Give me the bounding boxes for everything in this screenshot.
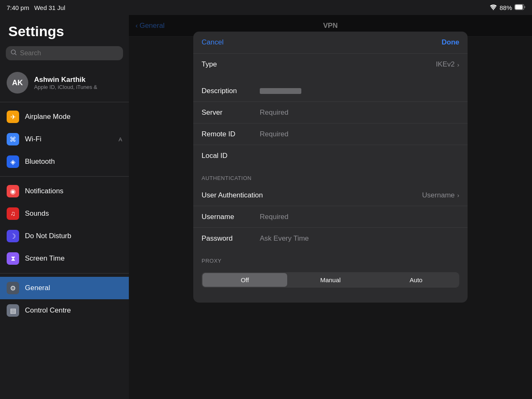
user-auth-chevron-icon: ›	[457, 192, 459, 199]
battery-percent: 88%	[500, 4, 512, 11]
sidebar-divider	[0, 176, 129, 177]
sidebar-icon-airplane-mode: ✈	[7, 111, 19, 123]
svg-rect-2	[515, 5, 523, 9]
remote-id-input[interactable]	[260, 130, 459, 138]
sidebar-item-sounds[interactable]: ♫Sounds	[0, 202, 129, 225]
sidebar-item-control-centre[interactable]: ▤Control Centre	[0, 299, 129, 322]
search-bar[interactable]	[6, 46, 123, 60]
username-row[interactable]: Username	[193, 206, 468, 228]
type-row[interactable]: Type IKEv2 ›	[193, 54, 468, 75]
server-input[interactable]	[260, 108, 459, 117]
sidebar-item-do-not-disturb[interactable]: ☽Do Not Disturb	[0, 225, 129, 247]
user-auth-label: User Authentication	[202, 191, 263, 200]
vpn-modal: Cancel Done Type IKEv2 ›	[193, 32, 468, 303]
local-id-row[interactable]: Local ID	[193, 145, 468, 167]
battery-icon	[515, 4, 525, 11]
password-label: Password	[202, 234, 260, 243]
sidebar-icon-screen-time: ⧗	[7, 252, 19, 265]
server-row[interactable]: Server	[193, 102, 468, 123]
sidebar-icon-notifications: ◉	[7, 185, 19, 197]
search-input[interactable]	[20, 49, 118, 57]
time: 7:40 pm	[7, 4, 29, 11]
password-input[interactable]	[260, 234, 459, 243]
status-left: 7:40 pm Wed 31 Jul	[7, 4, 65, 11]
user-auth-row[interactable]: User Authentication Username ›	[193, 185, 468, 206]
avatar: AK	[7, 72, 28, 94]
sidebar-item-airplane-mode[interactable]: ✈Airplane Mode	[0, 106, 129, 128]
remote-id-row[interactable]: Remote ID	[193, 123, 468, 145]
sidebar-icon-sounds: ♫	[7, 207, 19, 220]
modal-bottom-space	[193, 294, 468, 303]
sidebar-item-bluetooth[interactable]: ◈Bluetooth	[0, 150, 129, 173]
sidebar-divider	[0, 273, 129, 273]
description-value	[260, 88, 301, 94]
username-label: Username	[202, 213, 260, 221]
proxy-option-off[interactable]: Off	[202, 273, 287, 287]
remote-id-label: Remote ID	[202, 130, 260, 138]
date: Wed 31 Jul	[34, 4, 65, 11]
local-id-label: Local ID	[202, 152, 260, 160]
sidebar-icon-general: ⚙	[7, 282, 19, 294]
svg-line-4	[15, 54, 16, 55]
status-bar: 7:40 pm Wed 31 Jul 88%	[0, 0, 532, 15]
wifi-icon	[490, 4, 497, 11]
sidebar-label-general: General	[25, 284, 122, 292]
type-section: Type IKEv2 ›	[193, 54, 468, 75]
modal-header: Cancel Done	[193, 32, 468, 54]
proxy-section-header: PROXY	[193, 249, 468, 267]
auth-section-header: AUTHENTICATION	[193, 167, 468, 185]
connection-section: Description Server Remote ID Local ID	[193, 80, 468, 167]
sidebar-badge-wifi: A	[118, 136, 122, 143]
sidebar-item-notifications[interactable]: ◉Notifications	[0, 180, 129, 202]
sidebar-label-do-not-disturb: Do Not Disturb	[25, 232, 122, 240]
sidebar-label-bluetooth: Bluetooth	[25, 158, 122, 166]
password-row[interactable]: Password	[193, 228, 468, 249]
cancel-button[interactable]: Cancel	[202, 38, 224, 47]
username-input[interactable]	[260, 213, 459, 221]
sidebar-icon-control-centre: ▤	[7, 304, 19, 317]
auth-section: User Authentication Username › Username …	[193, 185, 468, 249]
sidebar-icon-do-not-disturb: ☽	[7, 230, 19, 242]
main-content: ‹ General VPN Cancel Done Type	[129, 15, 532, 399]
modal-overlay: Cancel Done Type IKEv2 ›	[129, 15, 532, 399]
svg-point-0	[493, 9, 494, 10]
user-sub: Apple ID, iCloud, iTunes &	[34, 84, 97, 90]
sidebar: Settings AK Ashwin Karthik Apple ID, iCl…	[0, 15, 129, 399]
description-row[interactable]: Description	[193, 80, 468, 102]
proxy-option-manual[interactable]: Manual	[288, 273, 373, 287]
sidebar-label-screen-time: Screen Time	[25, 254, 122, 263]
sidebar-label-wifi: Wi-Fi	[25, 135, 113, 143]
search-icon	[11, 49, 17, 57]
sidebar-label-sounds: Sounds	[25, 209, 122, 218]
sidebar-icon-wifi: ⌘	[7, 133, 19, 145]
main-layout: Settings AK Ashwin Karthik Apple ID, iCl…	[0, 15, 532, 399]
done-button[interactable]: Done	[442, 38, 460, 47]
sidebar-item-general[interactable]: ⚙General	[0, 277, 129, 299]
sidebar-label-airplane-mode: Airplane Mode	[25, 113, 122, 121]
status-right: 88%	[490, 4, 525, 11]
sidebar-icon-bluetooth: ◈	[7, 155, 19, 168]
user-info: Ashwin Karthik Apple ID, iCloud, iTunes …	[34, 76, 97, 90]
server-label: Server	[202, 108, 260, 117]
sidebar-title: Settings	[0, 19, 129, 46]
type-chevron-icon: ›	[457, 61, 459, 68]
sidebar-item-wifi[interactable]: ⌘Wi-FiA	[0, 128, 129, 150]
sidebar-divider	[0, 102, 129, 102]
sidebar-item-screen-time[interactable]: ⧗Screen Time	[0, 247, 129, 270]
user-auth-value: Username ›	[422, 191, 459, 200]
sidebar-items-container: ✈Airplane Mode⌘Wi-FiA◈Bluetooth◉Notifica…	[0, 106, 129, 322]
description-label: Description	[202, 87, 260, 95]
proxy-option-auto[interactable]: Auto	[374, 273, 458, 287]
user-name: Ashwin Karthik	[34, 76, 97, 84]
local-id-input[interactable]	[260, 152, 459, 160]
sidebar-label-notifications: Notifications	[25, 187, 122, 195]
type-value: IKEv2 ›	[436, 60, 459, 69]
sidebar-label-control-centre: Control Centre	[25, 306, 122, 315]
user-profile[interactable]: AK Ashwin Karthik Apple ID, iCloud, iTun…	[0, 67, 129, 99]
proxy-segmented-control: OffManualAuto	[202, 272, 459, 288]
type-label: Type	[202, 60, 260, 69]
